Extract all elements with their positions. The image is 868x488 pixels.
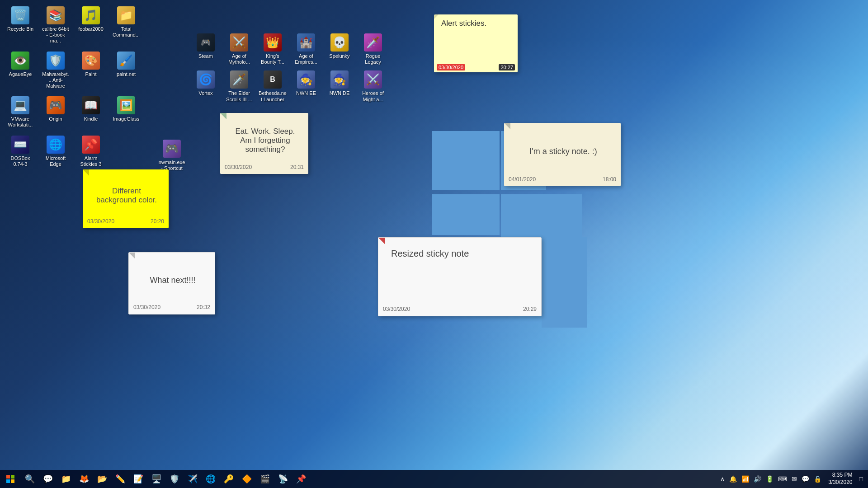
- edge-label: Microsoft Edge: [42, 155, 70, 167]
- steam-icon: 🎮: [197, 33, 215, 52]
- icon-paintnet[interactable]: 🖌️ paint.net: [110, 50, 142, 91]
- vmware-icon: 💻: [11, 96, 29, 114]
- icon-kings-bounty[interactable]: 👑 King's Bounty T...: [257, 32, 288, 67]
- dosbox-icon: ⌨️: [11, 136, 29, 154]
- icon-dosbox[interactable]: ⌨️ DOSBox 0.74-3: [5, 134, 36, 169]
- systray-network[interactable]: 📶: [740, 475, 750, 483]
- icon-nwn-ee[interactable]: 🧙 NWN EE: [290, 69, 322, 104]
- age-empires-label: Age of Empires...: [292, 53, 320, 65]
- totalcmd-icon: 📁: [117, 6, 135, 24]
- elder-scrolls-label: The Elder Scrolls III ...: [225, 90, 253, 102]
- sticky-what-next-time: 20:32: [197, 304, 210, 310]
- sticky-alert[interactable]: Alert stickies. 03/30/2020 20:27: [434, 14, 518, 72]
- icon-rogue-legacy[interactable]: 🗡️ Rogue Legacy: [357, 32, 389, 67]
- icon-origin[interactable]: 🎮 Origin: [40, 94, 71, 130]
- action-center-icon[interactable]: □: [858, 475, 864, 483]
- vortex-icon: 🌀: [197, 70, 215, 89]
- taskbar-explorer[interactable]: 📂: [93, 470, 111, 488]
- icon-foobar2000[interactable]: 🎵 foobar2000: [75, 5, 107, 46]
- icon-imageglass[interactable]: 🖼️ ImageGlass: [110, 94, 142, 130]
- icon-spelunky[interactable]: 💀 Spelunky: [324, 32, 355, 67]
- systray-keyboard[interactable]: ⌨: [777, 475, 788, 483]
- sticky-iam-time: 18:00: [603, 176, 616, 183]
- icon-recycle-bin[interactable]: 🗑️ Recycle Bin: [5, 5, 36, 46]
- sticky-resized-date: 03/30/2020: [383, 306, 410, 312]
- taskbar-clock[interactable]: 8:35 PM 3/30/2020: [825, 472, 856, 486]
- nwn-de-icon: 🧙: [330, 70, 349, 89]
- foobar-icon: 🎵: [82, 6, 100, 24]
- taskbar: 🔍 💬 📁 🦊 📂 ✏️ 📝 🖥️ 🛡️ ✈️ 🌐 🔑 🔶 🎬 📡 📌 ∧ 🔔 …: [0, 470, 868, 488]
- taskbar-word[interactable]: 📝: [129, 470, 147, 488]
- taskbar-antivirus[interactable]: 🛡️: [165, 470, 184, 488]
- taskbar-cortana[interactable]: 💬: [39, 470, 57, 488]
- taskbar-firefox2[interactable]: 🔶: [238, 470, 256, 488]
- taskbar-stickies-bar[interactable]: 📌: [292, 470, 310, 488]
- systray-battery[interactable]: 🔋: [764, 475, 775, 483]
- icon-age-mythology[interactable]: ⚔️ Age of Mytholo...: [223, 32, 255, 67]
- bethesda-label: Bethesda.net Launcher: [259, 90, 287, 102]
- sticky-what-next-text: What next!!!!: [150, 276, 195, 285]
- start-button[interactable]: [0, 470, 21, 488]
- icon-elder-scrolls[interactable]: 🗡️ The Elder Scrolls III ...: [223, 69, 255, 104]
- nwn-de-label: NWN DE: [330, 90, 350, 96]
- sticky-beige[interactable]: Eat. Work. Sleep. Am I forgetting someth…: [220, 113, 308, 174]
- icon-vortex[interactable]: 🌀 Vortex: [190, 69, 222, 104]
- system-tray: ∧ 🔔 📶 🔊 🔋 ⌨ ✉ 💬 🔒 8:35 PM 3/30/2020 □: [719, 470, 868, 488]
- systray-lock[interactable]: 🔒: [812, 475, 823, 483]
- sticky-yellow[interactable]: Different background color. 03/30/2020 2…: [83, 169, 169, 228]
- icon-age-empires[interactable]: 🏰 Age of Empires...: [290, 32, 322, 67]
- taskbar-obs[interactable]: 📡: [274, 470, 292, 488]
- icon-malwarebytes[interactable]: 🛡️ Malwarebyt... Anti-Malware: [40, 50, 71, 91]
- rogue-legacy-label: Rogue Legacy: [359, 53, 387, 65]
- sticky-beige-date: 03/30/2020: [225, 164, 252, 170]
- svg-rect-0: [6, 475, 10, 479]
- systray-msg[interactable]: 💬: [800, 475, 811, 483]
- icon-agaueeye[interactable]: 👁️ AgaueEye: [5, 50, 36, 91]
- sticky-alert-text: Alert stickies.: [441, 19, 486, 28]
- taskbar-firefox[interactable]: 🦊: [75, 470, 93, 488]
- sticky-beige-footer: 03/30/2020 20:31: [220, 162, 308, 174]
- taskbar-vlc[interactable]: 🎬: [256, 470, 274, 488]
- kings-bounty-label: King's Bounty T...: [259, 53, 287, 65]
- sticky-what-next[interactable]: What next!!!! 03/30/2020 20:32: [128, 252, 215, 314]
- taskbar-search[interactable]: 🔍: [21, 470, 39, 488]
- taskbar-task8[interactable]: 🖥️: [147, 470, 165, 488]
- sticky-yellow-footer: 03/30/2020 20:20: [83, 216, 169, 228]
- icon-nwn-de[interactable]: 🧙 NWN DE: [324, 69, 355, 104]
- systray-mail[interactable]: ✉: [790, 475, 798, 483]
- icon-steam[interactable]: 🎮 Steam: [190, 32, 222, 67]
- icon-vmware[interactable]: 💻 VMware Workstati...: [5, 94, 36, 130]
- spelunky-icon: 💀: [330, 33, 349, 52]
- taskbar-telegram[interactable]: ✈️: [184, 470, 202, 488]
- icon-alarm-stickies[interactable]: 📌 Alarm Stickies 3: [75, 134, 107, 169]
- steam-label: Steam: [198, 53, 213, 59]
- icon-bethesda[interactable]: B Bethesda.net Launcher: [257, 69, 288, 104]
- age-empires-icon: 🏰: [297, 33, 315, 52]
- taskbar-file-explorer[interactable]: 📁: [57, 470, 75, 488]
- age-mythology-label: Age of Mytholo...: [225, 53, 253, 65]
- sticky-iam[interactable]: I'm a sticky note. :) 04/01/2020 18:00: [504, 123, 621, 186]
- icon-calibre[interactable]: 📚 calibre 64bit - E-book ma...: [40, 5, 71, 46]
- empty-icon: [117, 136, 135, 154]
- sticky-resized-time: 20:29: [523, 306, 537, 312]
- taskbar-paint-task[interactable]: ✏️: [111, 470, 129, 488]
- systray-arrow[interactable]: ∧: [719, 475, 726, 483]
- systray-alarm[interactable]: 🔔: [728, 475, 738, 483]
- edge-icon: 🌐: [47, 136, 65, 154]
- blue-panel-5: [542, 237, 587, 328]
- icon-kindle[interactable]: 📖 Kindle: [75, 94, 107, 130]
- icon-nwmain[interactable]: 🎮 nwmain.exe - Shortcut: [156, 138, 188, 173]
- clock-time: 8:35 PM: [828, 472, 852, 479]
- sticky-resized[interactable]: Resized sticky note 03/30/2020 20:29: [378, 237, 542, 316]
- icon-edge[interactable]: 🌐 Microsoft Edge: [40, 134, 71, 169]
- imageglass-label: ImageGlass: [113, 116, 140, 122]
- sticky-alert-footer: 03/30/2020 20:27: [434, 64, 518, 72]
- taskbar-edge-task[interactable]: 🌐: [202, 470, 220, 488]
- blue-panel-1: [432, 131, 500, 190]
- icon-heroes[interactable]: ⚔️ Heroes of Might a...: [357, 69, 389, 104]
- icon-total-commander[interactable]: 📁 Total Command...: [110, 5, 142, 46]
- systray-sound[interactable]: 🔊: [752, 475, 763, 483]
- taskbar-keepass[interactable]: 🔑: [220, 470, 238, 488]
- icon-paint[interactable]: 🎨 Paint: [75, 50, 107, 91]
- nwn-ee-label: NWN EE: [296, 90, 316, 96]
